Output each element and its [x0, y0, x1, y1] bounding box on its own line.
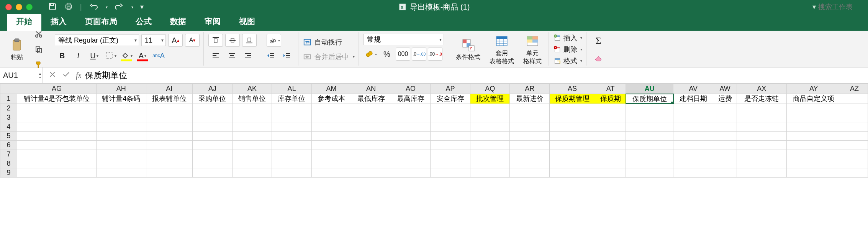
cell-AX9[interactable] [737, 168, 786, 177]
cell-AX3[interactable] [737, 113, 786, 122]
cell-AL1[interactable]: 库存单位 [272, 94, 312, 104]
cell-AJ5[interactable] [193, 131, 233, 140]
save-icon[interactable] [48, 2, 57, 13]
cell-AO3[interactable] [391, 113, 431, 122]
insert-cells-button[interactable]: + 插入▾ [554, 33, 582, 43]
zoom-window-button[interactable] [26, 4, 33, 10]
cell-AQ4[interactable] [470, 122, 510, 131]
name-box-stepper[interactable]: ▴▾ [39, 72, 41, 79]
cell-AR1[interactable]: 最新进价 [510, 94, 550, 104]
cell-AZ1[interactable] [841, 94, 868, 104]
bold-button[interactable]: B [55, 49, 69, 62]
phonetic-button[interactable]: abcA [151, 49, 166, 62]
cell-AK2[interactable] [232, 104, 272, 113]
cell-AY8[interactable] [786, 159, 841, 168]
cell-AO2[interactable] [391, 104, 431, 113]
delete-cells-button[interactable]: × 删除▾ [554, 45, 582, 54]
cell-AG3[interactable] [17, 113, 97, 122]
cell-AP4[interactable] [431, 122, 470, 131]
cell-AN4[interactable] [351, 122, 391, 131]
font-name-select[interactable] [55, 35, 139, 46]
col-header-AK[interactable]: AK [232, 84, 272, 94]
cell-AQ2[interactable] [470, 104, 510, 113]
cell-AM2[interactable] [311, 104, 351, 113]
minimize-window-button[interactable] [16, 4, 22, 10]
col-header-AJ[interactable]: AJ [193, 84, 233, 94]
cell-AW2[interactable] [713, 104, 737, 113]
cell-AS4[interactable] [549, 122, 595, 131]
cell-AM6[interactable] [311, 140, 351, 150]
cell-AI3[interactable] [146, 113, 193, 122]
cell-AO6[interactable] [391, 140, 431, 150]
cell-AG8[interactable] [17, 159, 97, 168]
spreadsheet-grid[interactable]: AGAHAIAJAKALAMANAOAPAQARASATAUAVAWAXAYAZ… [0, 84, 868, 178]
cell-AN1[interactable]: 最低库存 [351, 94, 391, 104]
percent-button[interactable]: % [380, 48, 394, 61]
cell-AJ2[interactable] [193, 104, 233, 113]
row-header-6[interactable]: 6 [0, 140, 17, 150]
increase-font-button[interactable]: A▴ [168, 34, 183, 47]
cell-AT3[interactable] [595, 113, 626, 122]
cell-AW4[interactable] [713, 122, 737, 131]
cell-AJ7[interactable] [193, 150, 233, 159]
col-header-AP[interactable]: AP [431, 84, 470, 94]
decrease-indent-button[interactable] [264, 49, 278, 62]
cell-AU9[interactable] [626, 168, 673, 177]
borders-button[interactable]: ▾ [103, 49, 118, 62]
cell-AY5[interactable] [786, 131, 841, 140]
align-center-button[interactable] [224, 49, 239, 62]
col-header-AO[interactable]: AO [391, 84, 431, 94]
cell-AY2[interactable] [786, 104, 841, 113]
select-all-corner[interactable] [0, 84, 17, 94]
increase-decimal-button[interactable]: .0→.00 [412, 48, 426, 61]
cell-AR5[interactable] [510, 131, 550, 140]
col-header-AL[interactable]: AL [272, 84, 312, 94]
cell-AM8[interactable] [311, 159, 351, 168]
cell-AQ7[interactable] [470, 150, 510, 159]
cell-AO8[interactable] [391, 159, 431, 168]
wrap-text-button[interactable]: 自动换行 [303, 38, 355, 47]
row-header-5[interactable]: 5 [0, 131, 17, 140]
cell-AO4[interactable] [391, 122, 431, 131]
cell-AY3[interactable] [786, 113, 841, 122]
cell-AX8[interactable] [737, 159, 786, 168]
cell-AM7[interactable] [311, 150, 351, 159]
cell-AP8[interactable] [431, 159, 470, 168]
cell-AN5[interactable] [351, 131, 391, 140]
tab-insert[interactable]: 插入 [41, 13, 76, 31]
redo-icon[interactable] [115, 2, 124, 13]
cell-AS3[interactable] [549, 113, 595, 122]
cell-AI2[interactable] [146, 104, 193, 113]
cell-AO7[interactable] [391, 150, 431, 159]
cell-AM4[interactable] [311, 122, 351, 131]
increase-indent-button[interactable] [280, 49, 294, 62]
cell-AK5[interactable] [232, 131, 272, 140]
row-header-4[interactable]: 4 [0, 122, 17, 131]
row-header-2[interactable]: 2 [0, 104, 17, 113]
cell-AO1[interactable]: 最高库存 [391, 94, 431, 104]
cell-AO9[interactable] [391, 168, 431, 177]
cell-AR9[interactable] [510, 168, 550, 177]
cell-AZ5[interactable] [841, 131, 868, 140]
italic-button[interactable]: I [71, 49, 85, 62]
format-as-table-button[interactable]: 套用 表格格式 [486, 33, 517, 66]
copy-button[interactable] [31, 43, 46, 56]
cell-AH3[interactable] [97, 113, 146, 122]
cell-AI1[interactable]: 报表辅单位 [146, 94, 193, 104]
cell-AJ4[interactable] [193, 122, 233, 131]
cell-AR3[interactable] [510, 113, 550, 122]
cell-AV5[interactable] [673, 131, 713, 140]
fill-color-button[interactable]: ▾ [119, 49, 134, 62]
cell-AL4[interactable] [272, 122, 312, 131]
cell-AG2[interactable] [17, 104, 97, 113]
close-window-button[interactable] [5, 4, 12, 10]
align-top-button[interactable] [208, 34, 223, 47]
cell-AS7[interactable] [549, 150, 595, 159]
cell-AV3[interactable] [673, 113, 713, 122]
col-header-AS[interactable]: AS [549, 84, 595, 94]
cell-AX6[interactable] [737, 140, 786, 150]
cell-AI9[interactable] [146, 168, 193, 177]
cell-AN8[interactable] [351, 159, 391, 168]
cell-AH7[interactable] [97, 150, 146, 159]
cell-AX2[interactable] [737, 104, 786, 113]
